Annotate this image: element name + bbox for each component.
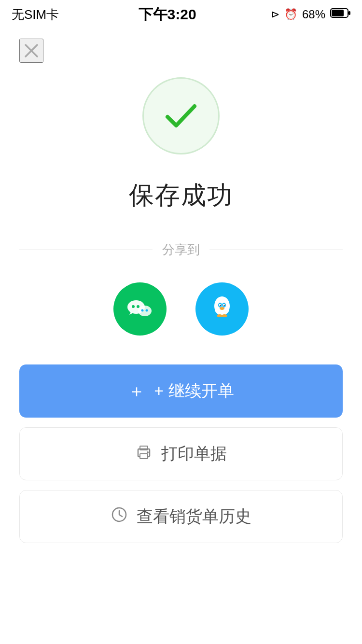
svg-point-23 <box>222 314 227 317</box>
svg-point-9 <box>137 305 139 308</box>
location-icon: ⊳ <box>271 8 279 21</box>
svg-rect-2 <box>348 11 350 15</box>
print-label: 打印单据 <box>161 443 227 465</box>
status-bar: 无SIM卡 下午3:20 ⊳ ⏰ 68% <box>0 0 362 29</box>
status-time: 下午3:20 <box>139 5 196 25</box>
share-section: 分享到 <box>19 241 343 336</box>
wechat-share-button[interactable] <box>113 282 167 336</box>
success-icon-circle <box>142 77 220 154</box>
alarm-icon: ⏰ <box>284 8 297 21</box>
svg-rect-25 <box>140 454 148 459</box>
share-label: 分享到 <box>162 241 200 258</box>
wechat-icon <box>124 293 156 325</box>
svg-point-7 <box>138 306 152 316</box>
svg-rect-3 <box>332 10 344 16</box>
qq-icon <box>206 293 238 325</box>
svg-point-10 <box>141 309 144 312</box>
history-button[interactable]: 查看销货单历史 <box>19 490 343 543</box>
svg-point-27 <box>147 451 149 453</box>
action-buttons: ＋ + 继续开单 打印单据 查看销货单历 <box>19 364 343 543</box>
qq-share-button[interactable] <box>195 282 249 336</box>
status-left: 无SIM卡 <box>12 6 64 23</box>
history-icon <box>111 506 128 527</box>
print-button[interactable]: 打印单据 <box>19 427 343 480</box>
divider-right <box>209 250 343 250</box>
svg-point-19 <box>220 305 221 306</box>
share-icons <box>113 282 249 336</box>
battery-text: 68% <box>302 8 325 21</box>
main-content: 保存成功 分享到 <box>0 29 362 562</box>
history-label: 查看销货单历史 <box>137 505 251 528</box>
status-right: ⊳ ⏰ 68% <box>271 8 350 21</box>
checkmark-icon <box>162 97 200 135</box>
success-title: 保存成功 <box>129 179 233 212</box>
continue-label: + 继续开单 <box>154 380 234 402</box>
battery-icon <box>330 8 350 21</box>
svg-point-11 <box>146 309 148 312</box>
continue-button[interactable]: ＋ + 继续开单 <box>19 364 343 418</box>
carrier-text: 无SIM卡 <box>12 6 59 23</box>
share-divider: 分享到 <box>19 241 343 258</box>
plus-icon: ＋ <box>128 379 145 403</box>
svg-point-21 <box>220 307 224 310</box>
close-button[interactable] <box>19 39 43 63</box>
svg-point-8 <box>132 305 135 308</box>
divider-left <box>19 250 153 250</box>
printer-icon <box>135 443 153 464</box>
svg-point-20 <box>223 305 224 306</box>
